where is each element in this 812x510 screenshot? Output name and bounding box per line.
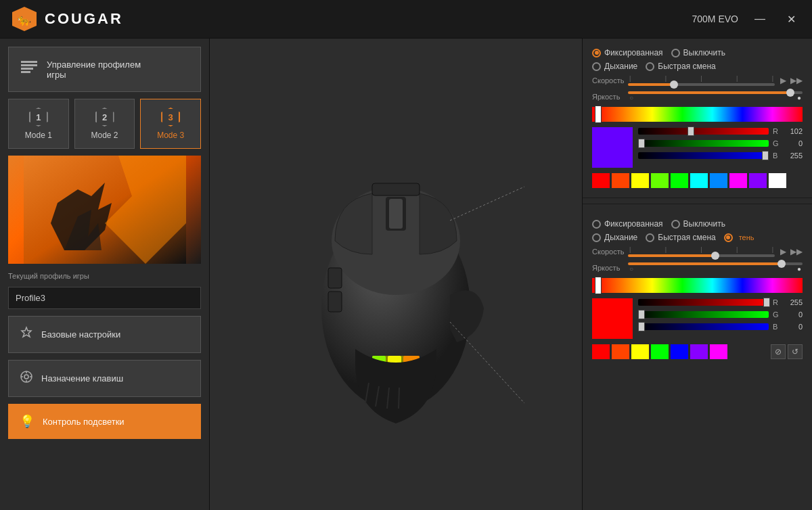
swatch-purple-1[interactable]	[749, 173, 767, 188]
profile-management-button[interactable]: Управление профилем игры	[8, 47, 201, 92]
radio-quick-1-circle	[646, 62, 654, 71]
speed-slider-1[interactable]	[628, 83, 775, 86]
rgb-sliders-1: R 102 G 0	[638, 127, 803, 168]
svg-line-32	[450, 187, 524, 221]
swatch-blue-2[interactable]	[671, 344, 688, 359]
swatch-edit-btn[interactable]: ⊘	[771, 344, 786, 359]
color-mixer-2: R 255 G 0	[592, 298, 803, 339]
rgb-g-track-1[interactable]	[638, 140, 769, 147]
key-assignment-button[interactable]: Назначение клавиш	[8, 360, 201, 397]
radio-shadow-2[interactable]: тень	[724, 233, 754, 242]
swatch-refresh-btn[interactable]: ↺	[788, 344, 803, 359]
rgb-g-letter-2: G	[773, 310, 780, 319]
lighting-control-icon: 💡	[20, 414, 35, 429]
svg-rect-5	[21, 71, 30, 73]
rgb-b-value-2: 0	[784, 323, 803, 331]
svg-marker-10	[22, 327, 31, 337]
lighting-control-button[interactable]: 💡 Контроль подсветки	[8, 404, 201, 439]
app-title: COUGAR	[45, 10, 123, 28]
basic-settings-button[interactable]: Базовые настройки	[8, 316, 201, 353]
color-spectrum-1[interactable]	[592, 107, 803, 122]
rgb-r-track-1[interactable]	[638, 128, 769, 135]
radio-row-4: Дыхание Быстрая смена тень	[592, 233, 803, 242]
rgb-b-track-2[interactable]	[638, 323, 769, 330]
radio-fixed-1-label: Фиксированная	[604, 48, 663, 57]
swatch-white-1[interactable]	[769, 173, 786, 188]
lighting-section-1: Фиксированная Выключить Дыхание	[583, 39, 812, 198]
brightness-slider-row-1: Яркость ○ ●	[592, 91, 803, 101]
swatch-green-2[interactable]	[651, 344, 669, 359]
radio-breath-1[interactable]: Дыхание	[592, 62, 637, 71]
mode-2-button[interactable]: 2 Mode 2	[74, 99, 135, 149]
rgb-g-row-2: G 0	[638, 310, 803, 319]
color-preview-1[interactable]	[592, 127, 633, 168]
rgb-g-row-1: G 0	[638, 139, 803, 147]
swatch-red-2[interactable]	[592, 344, 610, 359]
radio-breath-1-circle	[592, 62, 601, 71]
radio-fixed-1[interactable]: Фиксированная	[592, 48, 663, 57]
radio-breath-1-label: Дыхание	[604, 62, 637, 71]
right-panel: Фиксированная Выключить Дыхание	[582, 39, 812, 510]
mode-buttons: 1 Mode 1 2 Mode 2 3 Mode 3	[8, 99, 201, 149]
speed-label-1: Скорость	[592, 76, 623, 85]
speed-slider-row-2: Скорость | | | | | ▶ ▶▶	[592, 246, 803, 257]
brightness-label-2: Яркость	[592, 264, 623, 272]
radio-fixed-2[interactable]: Фиксированная	[592, 219, 663, 229]
swatch-pink-1[interactable]	[729, 173, 747, 188]
color-preview-2[interactable]	[592, 298, 633, 339]
svg-rect-2	[21, 61, 37, 63]
svg-rect-31	[372, 183, 420, 195]
mode-1-button[interactable]: 1 Mode 1	[8, 99, 69, 149]
swatch-orange-1[interactable]	[612, 173, 629, 188]
radio-quick-2-circle	[646, 233, 654, 242]
profile-management-icon	[20, 58, 39, 80]
color-spectrum-2[interactable]	[592, 278, 803, 293]
swatch-yellow-2[interactable]	[631, 344, 649, 359]
radio-breath-2[interactable]: Дыхание	[592, 233, 637, 242]
swatch-limegreen-1[interactable]	[651, 173, 669, 188]
swatch-green-1[interactable]	[671, 173, 688, 188]
mode-3-button[interactable]: 3 Mode 3	[140, 99, 201, 149]
current-profile-label: Текущий профиль игры	[8, 272, 201, 280]
profile-image	[8, 156, 201, 264]
radio-shadow-2-label: тень	[739, 233, 754, 241]
swatch-red-1[interactable]	[592, 173, 610, 188]
rgb-r-row-1: R 102	[638, 127, 803, 135]
radio-fixed-1-circle	[592, 49, 601, 57]
radio-quick-2-label: Быстрая смена	[658, 233, 715, 242]
minimize-button[interactable]: —	[749, 10, 771, 28]
svg-point-12	[24, 375, 28, 379]
radio-row-1: Фиксированная Выключить	[592, 48, 803, 57]
title-bar-left: 🐆 COUGAR	[11, 5, 123, 32]
radio-quick-2[interactable]: Быстрая смена	[646, 233, 715, 242]
radio-shadow-2-circle	[724, 233, 733, 242]
color-swatches-row-2: ⊘ ↺	[592, 344, 803, 359]
rgb-b-letter-1: B	[773, 152, 780, 160]
svg-line-33	[450, 322, 524, 403]
swatch-blue-1[interactable]	[710, 173, 727, 188]
color-mixer-1: R 102 G 0	[592, 127, 803, 168]
color-swatches-row-1	[592, 173, 803, 188]
swatch-cyan-1[interactable]	[690, 173, 708, 188]
profile-name-input[interactable]	[8, 287, 201, 309]
rgb-g-track-2[interactable]	[638, 311, 769, 318]
swatch-pink-2[interactable]	[710, 344, 727, 359]
radio-off-1-circle	[671, 49, 680, 57]
radio-quick-1[interactable]: Быстрая смена	[646, 62, 715, 71]
rgb-b-track-1[interactable]	[638, 152, 769, 159]
swatch-purple-2[interactable]	[690, 344, 708, 359]
swatch-orange-2[interactable]	[612, 344, 629, 359]
close-button[interactable]: ✕	[782, 10, 801, 28]
sidebar: Управление профилем игры 1 Mode 1 2 Mode…	[0, 39, 210, 510]
rgb-r-value-1: 102	[784, 127, 803, 135]
speed-arrow-right-1: ▶▶	[790, 76, 803, 85]
radio-off-1[interactable]: Выключить	[671, 48, 725, 57]
speed-slider-row-1: Скорость | | | | | ▶ ▶▶	[592, 75, 803, 86]
mode-1-number: 1	[29, 108, 48, 126]
svg-rect-20	[389, 199, 403, 229]
speed-slider-2[interactable]	[628, 254, 775, 257]
rgb-r-value-2: 255	[784, 298, 803, 306]
rgb-r-track-2[interactable]	[638, 299, 769, 306]
swatch-yellow-1[interactable]	[631, 173, 649, 188]
radio-off-2[interactable]: Выключить	[671, 219, 725, 229]
